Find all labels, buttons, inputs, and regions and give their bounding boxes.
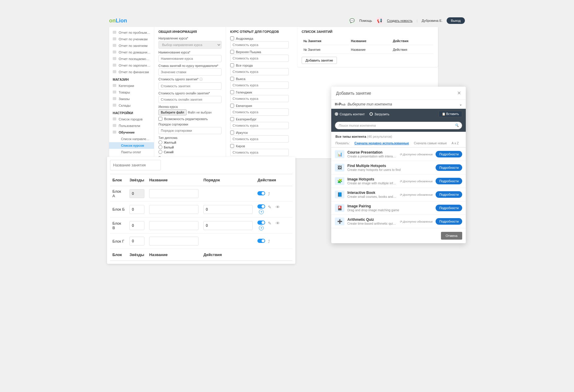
city-cost-input[interactable] [230, 68, 289, 75]
city-checkbox[interactable] [230, 90, 234, 94]
city-cost-input[interactable] [230, 55, 289, 62]
details-button[interactable]: Подробности [436, 205, 462, 211]
diploma-radio[interactable] [158, 140, 162, 144]
sort-input[interactable] [158, 127, 222, 134]
sidebar-item[interactable]: Отчет по зарплате преподавателей [109, 62, 154, 69]
sidebar-item[interactable]: Категории [109, 82, 154, 89]
sidebar-item[interactable]: Пользователи [109, 122, 154, 129]
cancel-button[interactable]: Отмена [441, 232, 462, 240]
stars-input[interactable] [129, 221, 144, 230]
city-checkbox[interactable] [230, 144, 234, 148]
h5p-item[interactable]: 🎴Image PairingDrag and drop image matchi… [331, 201, 466, 215]
h5p-bar[interactable]: H-Phub Выберите тип контента ⌄ [331, 99, 466, 109]
sort-new[interactable]: Сначала самые новые [414, 141, 447, 145]
sidebar-subitem[interactable]: Пакеты оплат [109, 149, 154, 155]
sort-az[interactable]: А к Z [452, 141, 459, 145]
help-link[interactable]: Помощь [359, 19, 372, 22]
create-news-link[interactable]: Создать новость [387, 19, 413, 22]
city-checkbox[interactable] [230, 36, 234, 40]
city-checkbox[interactable] [230, 104, 234, 108]
toggle-icon[interactable] [257, 220, 265, 225]
tab-create[interactable]: Создать контент [335, 112, 365, 116]
name-input[interactable] [158, 55, 222, 62]
city-cost-input[interactable] [230, 135, 289, 143]
city-cost-input[interactable] [230, 82, 289, 89]
sidebar-item[interactable]: Отчет по домашним заданиям [109, 49, 154, 56]
stars-input[interactable] [129, 189, 144, 198]
toggle-icon[interactable] [257, 204, 265, 209]
stars-input[interactable] [129, 205, 144, 214]
sidebar-subitem[interactable]: Список направлений [109, 136, 154, 142]
edit-icon[interactable]: ✎ [268, 221, 271, 226]
sidebar-item[interactable]: Отчет по занятиям [109, 42, 154, 49]
h5p-item[interactable]: 🧩Image HotspotsCreate an image with mult… [331, 174, 466, 188]
name-input[interactable] [149, 189, 199, 198]
sort-recent[interactable]: Сначала недавно использованные [355, 141, 409, 145]
upload-icon[interactable]: ⤴ [268, 239, 270, 244]
sidebar-item-education[interactable]: Обучение [109, 129, 154, 136]
stars-input[interactable] [129, 237, 144, 246]
exit-button[interactable]: Выход [447, 17, 465, 24]
plus-icon[interactable]: + [259, 226, 264, 230]
order-input[interactable] [203, 205, 253, 214]
help-icon[interactable]: 💬 [349, 17, 355, 24]
add-lesson-button[interactable]: Добавить занятие [302, 57, 337, 64]
sidebar-item[interactable]: Заказы [109, 96, 154, 102]
sidebar-item[interactable]: Отчет посещаемости и оплат [109, 56, 154, 62]
direction-select[interactable]: Выбор направления курса [158, 41, 222, 49]
upload-icon[interactable]: ⤴ [268, 192, 270, 196]
sidebar-item[interactable]: Склады [109, 102, 154, 109]
details-button[interactable]: Подробности [436, 164, 462, 171]
cost-online-input[interactable] [158, 96, 222, 103]
toggle-icon[interactable] [257, 239, 265, 243]
h5p-item[interactable]: 📘Interactive BookCreate small courses, b… [331, 188, 466, 201]
modal-footer: Отмена [331, 228, 466, 243]
blocks-search-input[interactable] [110, 160, 161, 170]
news-icon[interactable]: 📢 [376, 17, 383, 24]
sidebar-subitem[interactable]: Список курсов [109, 142, 154, 149]
city-checkbox[interactable] [230, 63, 234, 67]
h5p-item[interactable]: 🖼Find Multiple HotspotsCreate many hotsp… [331, 161, 466, 174]
name-input[interactable] [149, 221, 199, 230]
details-button[interactable]: Подробности [436, 151, 462, 157]
details-button[interactable]: Подробности [436, 218, 462, 225]
city-cost-input[interactable] [230, 108, 289, 116]
city-checkbox[interactable] [230, 117, 234, 121]
city-checkbox[interactable] [230, 131, 234, 134]
table-row: Блок А ⤴ [110, 186, 292, 201]
details-button[interactable]: Подробности [436, 178, 462, 184]
sidebar-item[interactable]: Список городов [109, 116, 154, 122]
city-checkbox[interactable] [230, 77, 234, 81]
city-checkbox[interactable] [230, 50, 234, 54]
sidebar-item[interactable]: Отчет по ученикам [109, 36, 154, 42]
name-input[interactable] [149, 237, 199, 246]
block-cell: Блок В [110, 218, 127, 234]
paste-button[interactable]: 📋 Вставить [439, 111, 462, 117]
tab-upload[interactable]: Загрузить [370, 112, 389, 116]
sidebar-item[interactable]: Отчет по пробным занятиям [109, 29, 154, 36]
name-input[interactable] [149, 205, 199, 214]
diploma-radio[interactable] [158, 150, 162, 154]
sidebar-item[interactable]: Товары [109, 89, 154, 96]
rate-input[interactable] [158, 68, 222, 76]
h5p-item[interactable]: ➕Arithmetic QuizCreate time-based arithm… [331, 215, 466, 228]
editable-checkbox[interactable] [158, 117, 162, 121]
city-cost-input[interactable] [230, 149, 289, 156]
edit-icon[interactable]: ✎ [268, 205, 271, 209]
close-icon[interactable]: ✕ [457, 90, 461, 96]
cost-input[interactable] [158, 82, 222, 90]
eye-icon[interactable]: 👁 [276, 205, 280, 209]
eye-icon[interactable]: 👁 [276, 221, 280, 226]
city-cost-input[interactable] [230, 41, 289, 48]
h5p-item[interactable]: 📊Course PresentationCreate a presentatio… [331, 148, 466, 161]
file-button[interactable]: Выберите файл [158, 109, 187, 115]
plus-icon[interactable]: + [259, 209, 264, 214]
order-input[interactable] [203, 221, 253, 230]
city-cost-input[interactable] [230, 122, 289, 129]
diploma-radio[interactable] [158, 145, 162, 149]
details-button[interactable]: Подробности [436, 191, 462, 198]
search-input[interactable]: Поиск типов контента [335, 122, 462, 129]
toggle-icon[interactable] [257, 191, 265, 195]
city-cost-input[interactable] [230, 95, 289, 102]
sidebar-item[interactable]: Отчет по финансам [109, 69, 154, 75]
